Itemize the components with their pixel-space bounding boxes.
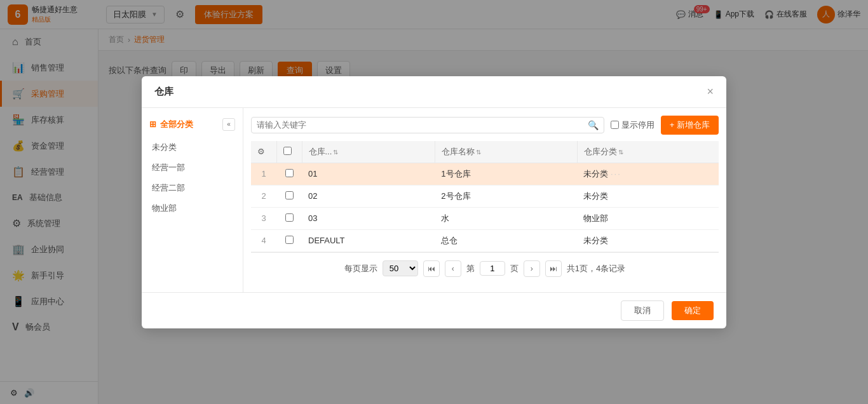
search-box: 🔍 — [251, 117, 604, 133]
row-num-2: 2 — [251, 185, 276, 207]
table-row[interactable]: 3 03 水 物业部 — [251, 207, 719, 229]
row-checkbox-3[interactable] — [276, 207, 302, 229]
col-category: 仓库分类⇅ — [577, 141, 719, 163]
row-2-checkbox[interactable] — [285, 191, 294, 199]
page-label: 第 — [466, 263, 475, 274]
table-row[interactable]: 1 01 1号仓库 未分类 ··· — [251, 163, 719, 185]
category-panel: ⊞ 全部分类 « 未分类 经营一部 经营二部 物业部 — [142, 108, 243, 292]
table-row[interactable]: 4 DEFAULT 总仓 未分类 — [251, 229, 719, 252]
dialog-title: 仓库 — [154, 86, 173, 98]
sort-name-icon: ⇅ — [476, 149, 481, 156]
row-category-4: 未分类 — [577, 229, 719, 252]
dialog-footer: 取消 确定 — [142, 292, 726, 328]
row-checkbox-1[interactable] — [276, 163, 302, 185]
dialog-header: 仓库 × — [142, 76, 726, 108]
row-num-4: 4 — [251, 229, 276, 252]
row-code-1: 01 — [302, 163, 435, 185]
confirm-button[interactable]: 确定 — [672, 301, 714, 320]
page-number-input[interactable] — [480, 261, 505, 276]
row-code-4: DEFAULT — [302, 229, 435, 252]
warehouse-dialog: 仓库 × ⊞ 全部分类 « 未分类 经营一部 经营二部 物业部 — [142, 76, 726, 328]
per-page-label: 每页显示 — [344, 263, 377, 274]
table-header-row: ⚙ 仓库...⇅ 仓库名称⇅ — [251, 141, 719, 163]
col-checkbox — [276, 141, 302, 163]
total-records: 共1页，4条记录 — [567, 263, 625, 274]
warehouse-table: ⚙ 仓库...⇅ 仓库名称⇅ — [251, 141, 719, 252]
category-header: ⊞ 全部分类 « — [142, 114, 243, 135]
sort-category-icon: ⇅ — [618, 149, 623, 156]
more-button-1[interactable]: ··· — [611, 169, 621, 178]
row-4-checkbox[interactable] — [285, 236, 294, 244]
dialog-body: ⊞ 全部分类 « 未分类 经营一部 经营二部 物业部 🔍 — [142, 108, 726, 292]
row-checkbox-4[interactable] — [276, 229, 302, 252]
grid-icon: ⊞ — [149, 119, 156, 129]
show-disabled-text: 显示停用 — [621, 119, 654, 131]
category-all-button[interactable]: ⊞ 全部分类 — [149, 119, 193, 130]
category-item-dept1[interactable]: 经营一部 — [142, 158, 243, 178]
row-category-2: 未分类 — [577, 185, 719, 207]
row-code-2: 02 — [302, 185, 435, 207]
col-name: 仓库名称⇅ — [435, 141, 577, 163]
cancel-button[interactable]: 取消 — [621, 300, 664, 321]
category-all-label: 全部分类 — [160, 119, 193, 130]
search-input[interactable] — [257, 120, 588, 130]
category-item-dept2[interactable]: 经营二部 — [142, 178, 243, 198]
page-unit: 页 — [510, 263, 519, 274]
pagination: 每页显示 50 100 ⏮ ‹ 第 页 › ⏭ 共1页，4条记录 — [251, 252, 719, 285]
category-item-property[interactable]: 物业部 — [142, 198, 243, 219]
row-checkbox-2[interactable] — [276, 185, 302, 207]
row-name-1: 1号仓库 — [435, 163, 577, 185]
collapse-button[interactable]: « — [222, 118, 235, 131]
row-num-3: 3 — [251, 207, 276, 229]
table-toolbar: 🔍 显示停用 + 新增仓库 — [251, 116, 719, 135]
prev-page-button[interactable]: ‹ — [445, 260, 461, 277]
row-name-3: 水 — [435, 207, 577, 229]
col-settings: ⚙ — [251, 141, 276, 163]
per-page-select[interactable]: 50 100 — [383, 260, 418, 276]
dialog-close-button[interactable]: × — [707, 85, 714, 98]
row-1-checkbox[interactable] — [285, 169, 294, 177]
table-panel: 🔍 显示停用 + 新增仓库 ⚙ — [243, 108, 726, 292]
modal-overlay: 仓库 × ⊞ 全部分类 « 未分类 经营一部 经营二部 物业部 — [0, 0, 868, 404]
row-3-checkbox[interactable] — [285, 213, 294, 222]
row-name-4: 总仓 — [435, 229, 577, 252]
row-category-1: 未分类 ··· — [577, 163, 719, 185]
category-item-unclassified[interactable]: 未分类 — [142, 137, 243, 158]
first-page-button[interactable]: ⏮ — [423, 260, 440, 277]
last-page-button[interactable]: ⏭ — [545, 260, 562, 277]
sort-code-icon: ⇅ — [333, 149, 338, 156]
row-name-2: 2号仓库 — [435, 185, 577, 207]
show-disabled-checkbox[interactable] — [611, 121, 619, 129]
new-warehouse-button[interactable]: + 新增仓库 — [661, 116, 719, 135]
settings-col-icon: ⚙ — [257, 147, 265, 156]
select-all-checkbox[interactable] — [283, 147, 292, 155]
next-page-button[interactable]: › — [524, 260, 540, 277]
col-code: 仓库...⇅ — [302, 141, 435, 163]
search-icon[interactable]: 🔍 — [588, 120, 599, 130]
table-row[interactable]: 2 02 2号仓库 未分类 — [251, 185, 719, 207]
row-category-3: 物业部 — [577, 207, 719, 229]
row-num-1: 1 — [251, 163, 276, 185]
row-code-3: 03 — [302, 207, 435, 229]
show-disabled-label[interactable]: 显示停用 — [611, 119, 654, 131]
